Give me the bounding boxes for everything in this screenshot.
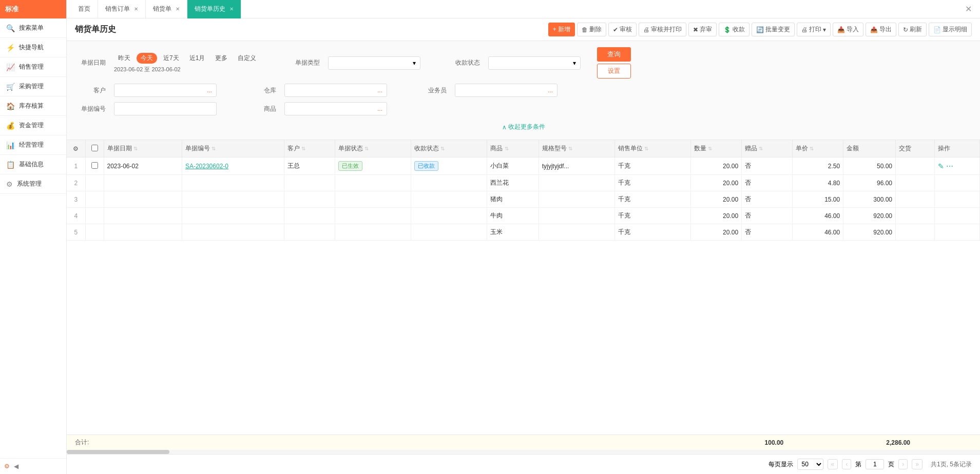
row-checkbox-4[interactable]: [85, 208, 104, 224]
row-checkbox-1[interactable]: [85, 157, 104, 175]
import-button[interactable]: 📥 导入: [833, 23, 863, 36]
batch-change-button[interactable]: 🔄 批量变更: [752, 23, 795, 36]
sidebar-item-operations[interactable]: 📊 经营管理: [0, 135, 66, 155]
sidebar-item-inventory[interactable]: 🏠 库存核算: [0, 96, 66, 116]
page-last-button[interactable]: »: [912, 459, 923, 469]
tab-sales-history-label: 销货单历史: [195, 5, 225, 13]
th-unit-price[interactable]: 单价 ⇅: [793, 140, 843, 157]
row-doc-no-1[interactable]: SA-20230602-0: [182, 157, 284, 175]
doc-type-select[interactable]: ▾: [328, 56, 420, 70]
tab-sales-delivery[interactable]: 销货单 ✕: [146, 0, 187, 18]
doc-date-sort-icon: ⇅: [133, 146, 138, 151]
scrollbar-area[interactable]: [67, 450, 980, 454]
row-1-checkbox[interactable]: [91, 162, 98, 169]
sidebar-item-basic-info[interactable]: 📋 基础信息: [0, 155, 66, 174]
th-pay-status[interactable]: 收款状态 ⇅: [411, 140, 487, 157]
row-checkbox-5[interactable]: [85, 224, 104, 241]
th-doc-no[interactable]: 单据编号 ⇅: [182, 140, 284, 157]
sidebar-item-quick-nav[interactable]: ⚡ 快捷导航: [0, 38, 66, 57]
tab-sales-history-close[interactable]: ✕: [229, 6, 234, 12]
audit-button[interactable]: ✔ 审核: [608, 23, 637, 36]
row-pay-status-1: 已收款: [411, 157, 487, 175]
row-gift-3: 否: [742, 191, 793, 208]
sidebar-item-system-mgmt[interactable]: ⚙ 系统管理: [0, 174, 66, 194]
product-ellipsis[interactable]: ...: [375, 105, 385, 112]
print-button[interactable]: 🖨 打印 ▾: [797, 23, 831, 36]
row-doc-no-3: [182, 191, 284, 208]
tab-home[interactable]: 首页: [71, 0, 98, 18]
date-tab-more[interactable]: 更多: [211, 53, 232, 64]
customer-input[interactable]: [117, 84, 205, 96]
new-button[interactable]: + 新增: [548, 23, 575, 36]
payment-status-select[interactable]: ▾: [488, 56, 581, 70]
query-section: 查询 设置: [597, 47, 631, 78]
sidebar-settings-icon[interactable]: ⚙: [4, 463, 10, 470]
warehouse-ellipsis[interactable]: ...: [375, 87, 385, 94]
export-button[interactable]: 📤 导出: [866, 23, 896, 36]
query-button[interactable]: 查询: [597, 47, 631, 62]
show-detail-icon: 📄: [933, 26, 941, 33]
select-all-checkbox[interactable]: [91, 145, 98, 151]
delete-button[interactable]: 🗑 删除: [577, 23, 606, 36]
tab-sales-order[interactable]: 销售订单 ✕: [98, 0, 146, 18]
table-area: ⚙ 单据日期 ⇅ 单据编号 ⇅ 客户 ⇅: [67, 140, 980, 434]
table-row: 2 西兰花 千克 20.00 否 4.80 96.00: [67, 175, 980, 191]
discard-button[interactable]: ✖ 弃审: [688, 23, 717, 36]
page-prev-button[interactable]: ‹: [842, 459, 851, 469]
sidebar-item-sales-mgmt[interactable]: 📈 销售管理: [0, 57, 66, 77]
more-icon-1[interactable]: ⋯: [946, 162, 953, 170]
page-number-input[interactable]: 1: [866, 459, 884, 469]
row-transaction-5: [896, 224, 935, 241]
staff-input[interactable]: [457, 84, 546, 96]
th-spec[interactable]: 规格型号 ⇅: [539, 140, 614, 157]
th-gift[interactable]: 赠品 ⇅: [742, 140, 793, 157]
date-tab-7days[interactable]: 近7天: [159, 53, 183, 64]
page-next-button[interactable]: ›: [898, 459, 908, 469]
sidebar-item-label: 搜索菜单: [19, 24, 44, 32]
collapse-button[interactable]: ∧ 收起更多条件: [502, 121, 545, 133]
sidebar-collapse-icon[interactable]: ◀: [14, 463, 18, 470]
th-settings[interactable]: ⚙: [67, 140, 85, 157]
row-checkbox-3[interactable]: [85, 191, 104, 208]
th-checkbox[interactable]: [85, 140, 104, 157]
th-unit[interactable]: 销售单位 ⇅: [614, 140, 690, 157]
refresh-button[interactable]: ↻ 刷新: [898, 23, 927, 36]
customer-ellipsis[interactable]: ...: [205, 87, 214, 94]
edit-icon-1[interactable]: ✎: [938, 162, 944, 170]
date-tab-yesterday[interactable]: 昨天: [114, 53, 134, 64]
staff-ellipsis[interactable]: ...: [546, 87, 555, 94]
th-doc-status[interactable]: 单据状态 ⇅: [335, 140, 411, 157]
warehouse-label: 仓库: [245, 86, 276, 95]
sidebar-item-search-menu[interactable]: 🔍 搜索菜单: [0, 18, 66, 38]
th-quantity[interactable]: 数量 ⇅: [691, 140, 742, 157]
purchase-mgmt-icon: 🛒: [6, 83, 15, 91]
collect-button[interactable]: 💲 收款: [719, 23, 750, 36]
page-first-button[interactable]: «: [828, 459, 838, 469]
sidebar-item-finance[interactable]: 💰 资金管理: [0, 116, 66, 135]
scrollbar-thumb[interactable]: [67, 450, 169, 454]
row-unit-price-5: 46.00: [793, 224, 843, 241]
warehouse-input[interactable]: [287, 84, 375, 96]
tab-sales-history[interactable]: 销货单历史 ✕: [187, 0, 241, 18]
filter-settings-button[interactable]: 设置: [597, 64, 631, 78]
tab-sales-delivery-close[interactable]: ✕: [176, 6, 180, 12]
tab-close-all-button[interactable]: ✕: [961, 4, 976, 14]
page-size-select[interactable]: 50 100 200: [797, 459, 823, 470]
date-tab-1month[interactable]: 近1月: [185, 53, 209, 64]
th-product[interactable]: 商品 ⇅: [487, 140, 539, 157]
doc-no-link-1[interactable]: SA-20230602-0: [185, 163, 228, 170]
row-checkbox-2[interactable]: [85, 175, 104, 191]
row-actions-3: [934, 191, 979, 208]
th-customer[interactable]: 客户 ⇅: [284, 140, 335, 157]
date-tab-today[interactable]: 今天: [137, 53, 157, 64]
audit-print-button[interactable]: 🖨 审核并打印: [639, 23, 686, 36]
tab-sales-order-close[interactable]: ✕: [134, 6, 138, 12]
quantity-sort-icon: ⇅: [708, 146, 712, 151]
product-input[interactable]: [287, 103, 375, 115]
doc-no-input[interactable]: [114, 102, 217, 115]
date-tab-custom[interactable]: 自定义: [234, 53, 260, 64]
sidebar-item-purchase-mgmt[interactable]: 🛒 采购管理: [0, 77, 66, 96]
th-doc-date[interactable]: 单据日期 ⇅: [104, 140, 182, 157]
show-detail-button[interactable]: 📄 显示明细: [929, 23, 972, 36]
date-label: 单据日期: [75, 58, 106, 67]
